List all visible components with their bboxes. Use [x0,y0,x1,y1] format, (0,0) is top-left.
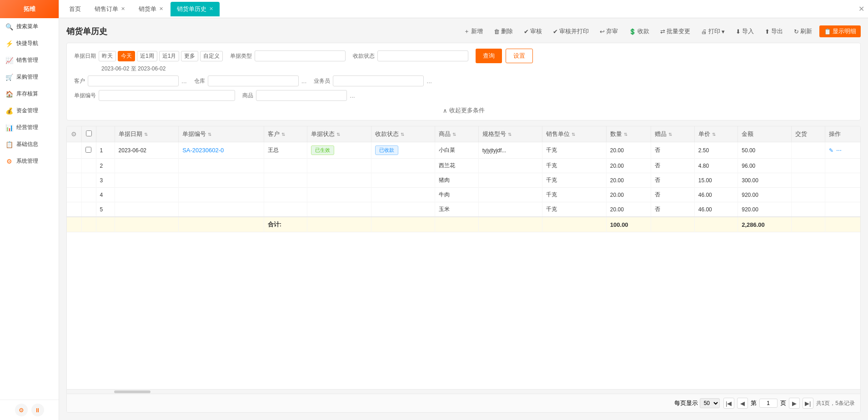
collapse-btn[interactable]: ∧ 收起更多条件 [74,105,853,115]
th-unit-price[interactable]: 单价 ⇅ [694,126,738,142]
sidebar-pause-btn[interactable]: ⏸ [31,404,44,416]
th-collect-status[interactable]: 收款状态 ⇅ [371,126,435,142]
batch-change-button[interactable]: ⇄ 批量变更 [657,25,694,37]
doc-type-select[interactable] [255,50,346,61]
audit-print-button[interactable]: ✔ 审核并打印 [549,25,592,37]
th-goods[interactable]: 商品 ⇅ [435,126,478,142]
first-page-btn[interactable]: |◀ [723,398,734,409]
sidebar-item-sales-mgmt[interactable]: 📈 销售管理 [0,52,59,69]
audit-button[interactable]: ✔ 审核 [520,25,546,37]
total-transaction-cell [791,217,825,232]
sidebar-item-finance-mgmt[interactable]: 💰 资金管理 [0,102,59,119]
close-icon[interactable]: ✕ [121,6,125,12]
sidebar-item-purchase-mgmt[interactable]: 🛒 采购管理 [0,69,59,85]
date-btn-custom[interactable]: 自定义 [200,51,223,61]
query-button[interactable]: 查询 [476,49,502,63]
staff-input[interactable] [333,75,424,86]
scrollbar-thumb[interactable] [114,390,151,393]
sidebar-item-system-mgmt[interactable]: ⚙ 系统管理 [0,153,59,170]
unit-cell: 千克 [542,173,607,188]
doc-no-input[interactable] [99,90,235,101]
last-page-btn[interactable]: ▶| [803,398,813,409]
checkbox-cell [81,142,96,159]
select-all-checkbox[interactable] [86,130,92,136]
more-row-btn[interactable]: ⋯ [836,147,842,154]
th-unit[interactable]: 销售单位 ⇅ [542,126,607,142]
customer-dots[interactable]: ... [181,77,187,85]
date-btn-month[interactable]: 近1月 [159,51,180,61]
sort-icon: ⇅ [508,132,512,137]
th-customer[interactable]: 客户 ⇅ [264,126,307,142]
per-page-control: 每页显示 50 [674,398,720,408]
next-page-btn[interactable]: ▶ [789,398,800,409]
checkbox-cell [81,188,96,202]
tab-home[interactable]: 首页 [63,2,87,16]
sidebar-item-inventory-calc[interactable]: 🏠 库存核算 [0,85,59,102]
date-btn-week[interactable]: 近1周 [137,51,157,61]
th-doc-no[interactable]: 单据编号 ⇅ [179,126,264,142]
edit-row-btn[interactable]: ✎ [829,147,833,154]
tab-sales-history[interactable]: 销货单历史 ✕ [171,2,220,16]
sidebar-item-operation-mgmt[interactable]: 📊 经营管理 [0,119,59,136]
export-button[interactable]: ⬆ 导出 [761,25,787,37]
import-button[interactable]: ⬇ 导入 [732,25,758,37]
th-quantity[interactable]: 数量 ⇅ [606,126,651,142]
row-checkbox[interactable] [85,147,91,153]
th-gift[interactable]: 赠品 ⇅ [651,126,694,142]
staff-dots[interactable]: ... [426,77,432,85]
total-info: 共1页，5条记录 [816,400,855,407]
goods-dots[interactable]: ... [350,92,355,99]
refresh-button[interactable]: ↻ 刷新 [790,25,816,37]
goods-input[interactable] [256,90,347,101]
delete-button[interactable]: 🗑 删除 [490,25,517,37]
tab-sales-goods[interactable]: 销货单 ✕ [132,2,170,16]
doc-no-link[interactable]: SA-20230602-0 [182,147,224,154]
th-spec[interactable]: 规格型号 ⇅ [478,126,542,142]
date-btn-today[interactable]: 今天 [118,51,135,61]
chart-icon: 📈 [5,57,13,64]
page-input[interactable] [759,399,778,408]
print-button[interactable]: 🖨 打印 ▾ [697,25,728,37]
collect-button[interactable]: 💲 收款 [625,25,653,37]
customer-input[interactable] [88,75,179,86]
column-settings-icon[interactable]: ⚙ [71,130,77,138]
amount-cell: 96.00 [738,159,791,173]
sidebar-item-basic-info[interactable]: 📋 基础信息 [0,136,59,153]
collapse-label: 收起更多条件 [449,106,485,115]
settings-cell [67,202,81,217]
total-goods-cell [435,217,478,232]
doc-no-cell [179,188,264,202]
close-icon[interactable]: ✕ [209,6,213,12]
close-icon[interactable]: ✕ [159,6,163,12]
abandon-button[interactable]: ↩ 弃审 [596,25,622,37]
th-doc-status[interactable]: 单据状态 ⇅ [307,126,371,142]
date-btn-more[interactable]: 更多 [181,51,198,61]
collect-status-select-wrapper [377,50,468,61]
per-page-select[interactable]: 50 [700,398,720,408]
add-button[interactable]: ＋ 新增 [460,25,487,37]
filter-settings-button[interactable]: 设置 [506,49,533,63]
doc-no-cell [179,159,264,173]
show-detail-button[interactable]: 📋 显示明细 [819,25,861,37]
warehouse-dots[interactable]: ... [301,77,307,85]
collect-status-select[interactable] [377,50,468,61]
customer-cell [264,202,307,217]
sidebar-item-quick-nav[interactable]: ⚡ 快捷导航 [0,35,59,52]
main-area: 首页 销售订单 ✕ 销货单 ✕ 销货单历史 ✕ ✕ 销货单历史 ＋ 新增 [59,0,868,420]
th-date[interactable]: 单据日期 ⇅ [115,126,179,142]
sort-icon: ⇅ [281,132,285,137]
collect-status-cell [371,173,435,188]
date-label: 单据日期 [74,52,96,60]
sidebar-item-search-menu[interactable]: 🔍 搜索菜单 [0,18,59,35]
scrollbar-area[interactable] [67,389,860,394]
goods-label: 商品 [242,92,253,100]
tab-sales-order[interactable]: 销售订单 ✕ [88,2,131,16]
warehouse-input[interactable] [208,75,299,86]
prev-page-btn[interactable]: ◀ [737,398,748,409]
total-collect-status-cell [371,217,435,232]
tab-bar-close-btn[interactable]: ✕ [858,5,864,13]
spec-cell: tyjyjtyjdf... [478,142,542,159]
date-btn-yesterday[interactable]: 昨天 [99,51,116,61]
sort-icon: ⇅ [144,132,148,137]
sidebar-collapse-btn[interactable]: ⚙ [15,404,28,416]
